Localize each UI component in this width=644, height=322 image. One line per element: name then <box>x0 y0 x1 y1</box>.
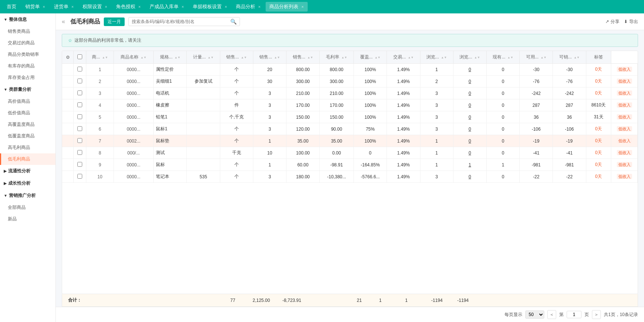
view1-link[interactable]: 0 <box>468 115 471 120</box>
row-checkbox[interactable] <box>77 126 82 131</box>
view1-link[interactable]: 0 <box>468 174 471 179</box>
cell-settings[interactable] <box>62 111 74 123</box>
th-checkbox[interactable] <box>74 51 86 64</box>
close-icon[interactable]: × <box>258 4 260 9</box>
close-icon[interactable]: × <box>105 4 107 9</box>
search-input[interactable] <box>132 19 230 24</box>
cell-checkbox[interactable] <box>74 87 86 99</box>
row-checkbox[interactable] <box>77 90 82 95</box>
sidebar-item-all-goods[interactable]: 全部商品 <box>0 202 55 213</box>
th-spec[interactable]: 规格... ▲▼ <box>154 51 187 64</box>
view1-link[interactable]: 0 <box>468 127 471 132</box>
cell-view1[interactable]: 0 <box>453 135 486 147</box>
cell-settings[interactable] <box>62 171 74 183</box>
cell-view1[interactable]: 0 <box>453 147 486 159</box>
date-filter-button[interactable]: 近一月 <box>104 17 125 26</box>
sidebar-section-growth[interactable]: ▶ 成长性分析 <box>0 177 55 189</box>
row-checkbox[interactable] <box>77 174 82 179</box>
view1-link[interactable]: 0 <box>468 67 471 72</box>
cell-settings[interactable] <box>62 99 74 111</box>
per-page-select[interactable]: 50 100 200 <box>525 310 544 319</box>
th-stock-available[interactable]: 可用... ▲▼ <box>520 51 553 64</box>
sidebar-item-low-coverage[interactable]: 低覆盖度商品 <box>0 130 55 142</box>
nav-item-home[interactable]: 首页 <box>3 2 20 12</box>
nav-item-analysis-list[interactable]: 商品分析列表 × <box>266 2 307 12</box>
sidebar-section-marketing[interactable]: ▼ 营销推广分析 <box>0 189 55 202</box>
th-sale-profit[interactable]: 销售... ▲▼ <box>286 51 320 64</box>
close-icon[interactable]: × <box>225 4 227 9</box>
export-button[interactable]: ⬇ 导出 <box>624 19 638 25</box>
cell-view1[interactable]: 0 <box>453 87 486 99</box>
sidebar-section-overall[interactable]: ▼ 整体信息 <box>0 13 55 26</box>
th-sale-amount[interactable]: 销售... ▲▼ <box>253 51 286 64</box>
cell-settings[interactable] <box>62 123 74 135</box>
cell-settings[interactable] <box>62 147 74 159</box>
cell-checkbox[interactable] <box>74 159 86 171</box>
close-icon[interactable]: × <box>71 4 74 9</box>
th-coverage[interactable]: 覆盖... ▲▼ <box>354 51 387 64</box>
cell-checkbox[interactable] <box>74 111 86 123</box>
th-view2[interactable]: 浏览... ▲▼ <box>453 51 486 64</box>
view1-link[interactable]: 1 <box>468 162 471 168</box>
cell-view1[interactable]: 0 <box>453 123 486 135</box>
cell-view1[interactable]: 0 <box>453 99 486 111</box>
close-icon[interactable]: × <box>301 4 304 9</box>
sidebar-item-category-rate[interactable]: 商品分类助销率 <box>0 49 55 60</box>
sidebar-item-high-coverage[interactable]: 高覆盖度商品 <box>0 119 55 130</box>
row-checkbox[interactable] <box>77 79 82 83</box>
th-sale-qty[interactable]: 销售... ▲▼ <box>220 51 253 64</box>
cell-view1[interactable]: 0 <box>453 76 486 87</box>
close-icon[interactable]: × <box>138 4 141 9</box>
sidebar-item-high-value[interactable]: 高价值商品 <box>0 96 55 107</box>
th-stock-sellable[interactable]: 可销... ▲▼ <box>553 51 586 64</box>
view1-link[interactable]: 0 <box>468 91 471 96</box>
row-checkbox[interactable] <box>77 102 82 107</box>
sidebar-item-high-margin[interactable]: 高毛利商品 <box>0 142 55 153</box>
row-checkbox[interactable] <box>77 150 82 155</box>
cell-settings[interactable] <box>62 87 74 99</box>
th-code[interactable]: 商... ▲▼ <box>86 51 114 64</box>
sidebar-item-low-value[interactable]: 低价值商品 <box>0 107 55 119</box>
row-checkbox[interactable] <box>77 67 82 71</box>
cell-checkbox[interactable] <box>74 76 86 87</box>
collapse-button[interactable]: « <box>62 18 65 25</box>
select-all-checkbox[interactable] <box>77 54 82 59</box>
cell-checkbox[interactable] <box>74 64 86 76</box>
cell-settings[interactable] <box>62 64 74 76</box>
th-trade[interactable]: 交易... ▲▼ <box>387 51 420 64</box>
view1-link[interactable]: 0 <box>468 138 471 144</box>
row-checkbox[interactable] <box>77 162 82 167</box>
cell-settings[interactable] <box>62 159 74 171</box>
sidebar-item-sales-goods[interactable]: 销售类商品 <box>0 26 55 37</box>
sidebar-item-low-margin[interactable]: 低毛利商品 <box>0 153 55 165</box>
view1-link[interactable]: 0 <box>468 150 471 156</box>
cell-checkbox[interactable] <box>74 147 86 159</box>
sidebar-item-in-stock[interactable]: 有库存的商品 <box>0 60 55 72</box>
close-icon[interactable]: × <box>43 4 45 9</box>
cell-checkbox[interactable] <box>74 99 86 111</box>
sidebar-section-flow[interactable]: ▶ 流通性分析 <box>0 165 55 177</box>
nav-item-products[interactable]: 产成品入库单 × <box>146 2 188 12</box>
cell-view1[interactable]: 1 <box>453 159 486 171</box>
cell-settings[interactable] <box>62 135 74 147</box>
nav-item-roles[interactable]: 角色授权 × <box>112 2 144 12</box>
close-icon[interactable]: × <box>182 4 184 9</box>
th-gross-rate[interactable]: 毛利率 ▲▼ <box>320 51 354 64</box>
nav-item-sales[interactable]: 销货单 × <box>22 2 49 12</box>
sidebar-item-new-goods[interactable]: 新品 <box>0 213 55 225</box>
sidebar-item-traded-goods[interactable]: 交易过的商品 <box>0 37 55 49</box>
row-checkbox[interactable] <box>77 114 82 119</box>
sidebar-item-capital[interactable]: 库存资金占用 <box>0 72 55 83</box>
settings-icon[interactable]: ⚙ <box>66 55 70 60</box>
search-icon[interactable]: 🔍 <box>230 19 237 25</box>
share-button[interactable]: ↗ 分享 <box>605 19 619 25</box>
cell-view1[interactable]: 0 <box>453 171 486 183</box>
th-tag[interactable]: 标签 <box>586 51 611 64</box>
view1-link[interactable]: 0 <box>468 79 471 84</box>
th-name[interactable]: 商品名称 ▲▼ <box>113 51 154 64</box>
cell-settings[interactable] <box>62 76 74 87</box>
nav-item-permissions[interactable]: 权限设置 × <box>79 2 111 12</box>
th-settings[interactable]: ⚙ <box>62 51 74 64</box>
cell-view1[interactable]: 0 <box>453 111 486 123</box>
sidebar-section-cluster[interactable]: ▼ 类群量分析 <box>0 83 55 96</box>
